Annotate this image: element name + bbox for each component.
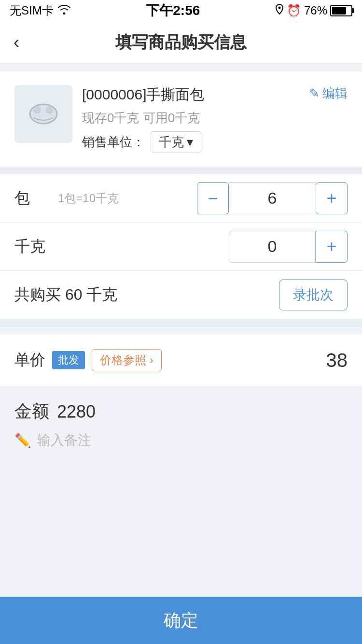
product-info: [0000006]手撕面包 现存0千克 可用0千克 销售单位： 千克 ▾	[82, 85, 348, 153]
page-title: 填写商品购买信息	[115, 31, 247, 54]
bao-plus-button[interactable]: +	[316, 182, 348, 214]
note-placeholder: 输入备注	[37, 431, 91, 449]
section-divider-2	[0, 319, 362, 327]
amount-value: 2280	[57, 402, 96, 422]
wifi-icon	[57, 4, 71, 17]
svg-point-0	[278, 7, 280, 9]
status-bar: 无SIM卡 下午2:56 ⏰ 76%	[0, 0, 362, 21]
bao-quantity-control: − +	[197, 182, 348, 214]
bao-minus-button[interactable]: −	[197, 182, 229, 214]
price-value: 38	[326, 350, 348, 371]
back-button[interactable]: ‹	[14, 32, 19, 53]
bottom-area	[0, 459, 362, 604]
alarm-icon: ⏰	[287, 4, 301, 17]
product-unit-row: 销售单位： 千克 ▾	[82, 131, 348, 153]
nav-bar: ‹ 填写商品购买信息	[0, 21, 362, 64]
price-label: 单价	[14, 350, 45, 371]
bao-label: 包	[14, 188, 53, 209]
total-label: 共购买 60 千克	[14, 284, 117, 306]
product-card: [0000006]手撕面包 现存0千克 可用0千克 销售单位： 千克 ▾ ✎ 编…	[0, 71, 362, 167]
batch-button[interactable]: 录批次	[279, 280, 348, 310]
kg-label: 千克	[14, 236, 53, 257]
bao-row: 包 1包=10千克 − +	[0, 174, 362, 223]
amount-section: 金额 2280 ✏️ 输入备注	[0, 386, 362, 459]
location-icon	[275, 4, 284, 17]
carrier-text: 无SIM卡	[10, 3, 54, 18]
amount-row: 金额 2280	[14, 400, 348, 423]
battery-icon	[330, 5, 352, 16]
unit-dropdown-icon: ▾	[187, 135, 193, 150]
price-ref-button[interactable]: 价格参照 ›	[92, 349, 162, 371]
status-left: 无SIM卡	[10, 3, 71, 18]
battery-percent: 76%	[304, 4, 327, 17]
edit-icon: ✎	[309, 86, 320, 101]
svg-point-3	[46, 106, 54, 114]
product-name: [0000006]手撕面包	[82, 85, 348, 105]
edit-button[interactable]: ✎ 编辑	[309, 85, 348, 102]
kg-plus-button[interactable]: +	[316, 231, 348, 263]
status-time: 下午2:56	[146, 1, 200, 20]
section-divider-1	[0, 167, 362, 174]
input-section: 包 1包=10千克 − + 千克 + 共购买 60 千克 录批次	[0, 174, 362, 319]
note-icon: ✏️	[14, 433, 31, 448]
price-section: 单价 批发 价格参照 › 38	[0, 335, 362, 386]
product-image	[14, 85, 72, 143]
confirm-button[interactable]: 确定	[0, 597, 362, 644]
svg-point-2	[33, 106, 41, 114]
note-row[interactable]: ✏️ 输入备注	[14, 431, 348, 449]
unit-select[interactable]: 千克 ▾	[151, 131, 201, 153]
price-row: 单价 批发 价格参照 › 38	[0, 335, 362, 386]
kg-quantity-control: +	[229, 231, 348, 263]
status-right: ⏰ 76%	[275, 4, 352, 17]
amount-label: 金额	[14, 400, 49, 423]
bao-quantity-input[interactable]	[229, 182, 316, 214]
product-stock: 现存0千克 可用0千克	[82, 110, 348, 126]
price-tag: 批发	[52, 351, 85, 369]
kg-quantity-input[interactable]	[229, 231, 316, 263]
unit-label: 销售单位：	[82, 134, 145, 151]
bao-sublabel: 1包=10千克	[58, 191, 197, 206]
kg-row: 千克 +	[0, 223, 362, 271]
unit-value: 千克	[159, 134, 184, 151]
total-row: 共购买 60 千克 录批次	[0, 271, 362, 319]
edit-label: 编辑	[322, 85, 348, 102]
